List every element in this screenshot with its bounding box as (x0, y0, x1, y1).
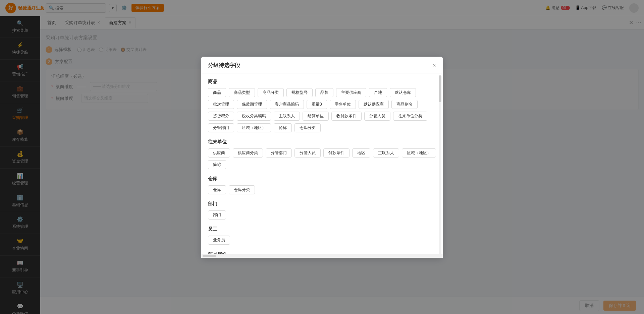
scrollbar-track (439, 75, 441, 120)
field-tag-0-4[interactable]: 品牌 (315, 88, 333, 97)
field-tag-0-9[interactable]: 保质期管理 (237, 100, 267, 109)
field-tag-0-3[interactable]: 规格型号 (286, 88, 313, 97)
field-tag-0-10[interactable]: 客户商品编码 (270, 100, 304, 109)
field-tag-0-19[interactable]: 收付款条件 (331, 112, 362, 120)
field-tag-0-5[interactable]: 主要供应商 (336, 88, 366, 97)
field-tag-0-12[interactable]: 零售单位 (330, 100, 356, 109)
field-group-0: 商品商品商品类型商品分类规格型号品牌主要供应商产地默认仓库批次管理保质期管理客户… (208, 79, 436, 120)
field-tag-0-17[interactable]: 主联系人 (274, 112, 300, 120)
modal-overlay: 分组待选字段 × 商品商品商品类型商品分类规格型号品牌主要供应商产地默认仓库批次… (0, 0, 644, 119)
field-tag-0-8[interactable]: 批次管理 (208, 100, 234, 109)
field-tag-0-6[interactable]: 产地 (369, 88, 387, 97)
modal-close-button[interactable]: × (432, 62, 436, 69)
field-tag-0-18[interactable]: 结算单位 (303, 112, 329, 120)
field-tag-0-14[interactable]: 商品别名 (391, 100, 418, 109)
field-tag-0-1[interactable]: 商品类型 (229, 88, 255, 97)
modal-header: 分组待选字段 × (201, 57, 443, 73)
field-tag-0-11[interactable]: 重量3 (307, 100, 327, 109)
field-group-title-0: 商品 (208, 79, 436, 85)
field-tag-0-7[interactable]: 默认仓库 (390, 88, 416, 97)
field-tag-0-20[interactable]: 分管人员 (364, 112, 390, 120)
scrollbar-thumb[interactable] (439, 75, 441, 102)
modal-title: 分组待选字段 (208, 62, 240, 69)
modal: 分组待选字段 × 商品商品商品类型商品分类规格型号品牌主要供应商产地默认仓库批次… (201, 57, 443, 120)
field-tag-0-21[interactable]: 往来单位分类 (393, 112, 427, 120)
field-tag-0-2[interactable]: 商品分类 (258, 88, 284, 97)
field-tags-0: 商品商品类型商品分类规格型号品牌主要供应商产地默认仓库批次管理保质期管理客户商品… (208, 88, 436, 120)
field-tag-0-16[interactable]: 税收分类编码 (237, 112, 271, 120)
field-tag-0-15[interactable]: 拣货积分 (208, 112, 234, 120)
field-tag-0-0[interactable]: 商品 (208, 88, 226, 97)
modal-body: 商品商品商品类型商品分类规格型号品牌主要供应商产地默认仓库批次管理保质期管理客户… (201, 73, 443, 120)
field-tag-0-13[interactable]: 默认供应商 (359, 100, 389, 109)
